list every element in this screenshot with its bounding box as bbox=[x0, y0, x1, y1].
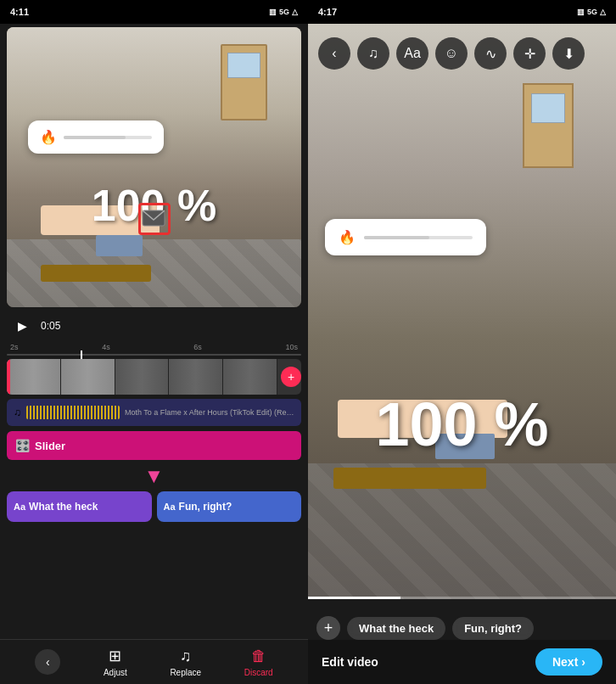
marker-6s: 6s bbox=[193, 343, 202, 351]
status-bar-left: 4:11 ▥ 5G △ bbox=[0, 0, 308, 24]
slider-fill-left bbox=[64, 136, 126, 139]
text-chip-icon-1: Aa bbox=[14, 502, 25, 512]
text-chip-2[interactable]: Aa Fun, right? bbox=[157, 491, 302, 522]
text-bubbles-row: + What the heck Fun, right? bbox=[308, 616, 616, 640]
bottom-bar-right: Edit video Next › bbox=[308, 640, 616, 684]
text-overlays-strip: Aa What the heck Aa Fun, right? bbox=[7, 491, 301, 522]
replace-icon: ♫ bbox=[180, 648, 192, 665]
adjust-action[interactable]: ⊞ Adjust bbox=[104, 647, 127, 677]
add-text-button[interactable]: + bbox=[316, 616, 340, 640]
door-left bbox=[221, 44, 267, 121]
scrubber-line bbox=[7, 354, 301, 356]
clip-thumb-3 bbox=[115, 359, 170, 395]
adjust-icon: ⊞ bbox=[109, 647, 121, 665]
play-icon: ▶ bbox=[18, 319, 27, 333]
replace-action[interactable]: ♫ Replace bbox=[170, 648, 201, 677]
clip-thumb-1 bbox=[7, 359, 61, 395]
arrow-indicator: ▼ bbox=[0, 464, 308, 488]
top-toolbar-right: ‹ ♫ Aa ☺ ∿ ✛ ⬇ bbox=[308, 31, 616, 76]
slider-fill-right bbox=[364, 236, 429, 239]
edit-video-button[interactable]: Edit video bbox=[322, 655, 378, 669]
text-chip-label-1: What the heck bbox=[29, 501, 98, 513]
clip-thumb-5 bbox=[223, 359, 277, 395]
text-bubble-1[interactable]: What the heck bbox=[347, 617, 445, 640]
status-time-right: 4:17 bbox=[318, 7, 337, 17]
audio-label: Moth To a Flame x After Hours (TikTok Ed… bbox=[125, 408, 294, 417]
slider-emoji-left: 🔥 bbox=[40, 129, 57, 145]
text-bubble-label-1: What the heck bbox=[359, 622, 434, 635]
slider-overlay-left: 🔥 bbox=[28, 121, 164, 154]
discard-icon: 🗑 bbox=[251, 648, 266, 665]
scrubber-thumb bbox=[81, 350, 82, 359]
left-panel: 4:11 ▥ 5G △ 🔥 100 % bbox=[0, 0, 308, 684]
door-window-left bbox=[227, 53, 260, 78]
marker-10s: 10s bbox=[285, 343, 298, 351]
clips-strip[interactable]: + bbox=[7, 359, 301, 395]
time-display: 0:05 bbox=[41, 320, 60, 332]
back-button[interactable]: ‹ bbox=[35, 649, 60, 675]
back-button-right[interactable]: ‹ bbox=[318, 37, 350, 70]
text-bubble-label-2: Fun, right? bbox=[464, 622, 522, 635]
adjust-label: Adjust bbox=[104, 668, 127, 677]
status-bar-right: 4:17 ▥ 5G △ bbox=[308, 0, 616, 24]
download-icon: ⬇ bbox=[563, 46, 574, 62]
percentage-text-right: 100 % bbox=[375, 390, 548, 459]
marker-4s: 4s bbox=[102, 343, 110, 351]
effects-icon: ∿ bbox=[485, 46, 496, 62]
play-button[interactable]: ▶ bbox=[10, 314, 34, 338]
text-bubble-2[interactable]: Fun, right? bbox=[452, 617, 534, 640]
selected-indicator-left bbox=[138, 203, 171, 235]
next-button[interactable]: Next › bbox=[535, 648, 602, 676]
video-progress-bar bbox=[308, 597, 616, 599]
emoji-button[interactable]: ☺ bbox=[435, 37, 468, 70]
video-progress-fill bbox=[308, 597, 400, 599]
bench-left bbox=[41, 265, 151, 282]
back-icon: ‹ bbox=[46, 655, 50, 669]
emoji-icon: ☺ bbox=[445, 46, 458, 61]
wifi-icon-left: △ bbox=[292, 8, 298, 16]
battery-icon-right: ▥ bbox=[577, 8, 585, 16]
right-panel: 4:17 ▥ 5G △ 🔥 100 % bbox=[308, 0, 616, 684]
slider-track-left bbox=[64, 136, 152, 139]
next-label: Next bbox=[552, 655, 578, 669]
text-chip-label-2: Fun, right? bbox=[179, 501, 232, 513]
clip-thumb-2 bbox=[61, 359, 115, 395]
slider-overlay-right: 🔥 bbox=[325, 219, 486, 255]
text-icon: Aa bbox=[404, 46, 421, 61]
clip-thumb-4 bbox=[169, 359, 223, 395]
audio-track[interactable]: ♫ Moth To a Flame x After Hours (TikTok … bbox=[7, 399, 301, 426]
move-icon: ✛ bbox=[524, 46, 535, 62]
text-chip-1[interactable]: Aa What the heck bbox=[7, 491, 152, 522]
effects-button[interactable]: ∿ bbox=[474, 37, 507, 70]
slider-row-icon: 🎛️ bbox=[15, 439, 30, 452]
text-button[interactable]: Aa bbox=[396, 37, 428, 70]
scrubber-markers: 2s 4s 6s 10s bbox=[7, 343, 301, 351]
door-window-right bbox=[531, 93, 565, 123]
bench-right bbox=[333, 468, 486, 489]
timeline-controls: ▶ 0:05 bbox=[0, 311, 308, 341]
audio-waveform bbox=[26, 406, 120, 419]
status-time-left: 4:11 bbox=[10, 7, 29, 17]
video-preview-left: 🔥 100 % bbox=[7, 27, 301, 307]
music-icon: ♫ bbox=[368, 46, 378, 61]
wifi-icon-right: △ bbox=[600, 8, 606, 16]
edit-video-label: Edit video bbox=[322, 655, 378, 669]
status-icons-right: ▥ 5G △ bbox=[577, 8, 606, 16]
download-button[interactable]: ⬇ bbox=[552, 37, 585, 70]
bottom-toolbar-left: ‹ ⊞ Adjust ♫ Replace 🗑 Discard bbox=[0, 639, 308, 684]
music-button[interactable]: ♫ bbox=[357, 37, 389, 70]
text-chip-icon-2: Aa bbox=[164, 502, 176, 512]
slider-track-row[interactable]: 🎛️ Slider bbox=[7, 431, 301, 460]
timeline-scrubber[interactable]: 2s 4s 6s 10s bbox=[0, 341, 308, 357]
arrow-down-icon: ▼ bbox=[144, 464, 165, 488]
discard-label: Discard bbox=[244, 668, 273, 677]
move-button[interactable]: ✛ bbox=[513, 37, 546, 70]
battery-icon-left: ▥ bbox=[269, 8, 277, 16]
slider-track-right bbox=[364, 236, 473, 239]
add-clip-button[interactable]: + bbox=[281, 367, 301, 387]
audio-music-icon: ♫ bbox=[14, 406, 21, 418]
signal-icon-left: 5G bbox=[279, 8, 289, 16]
slider-row-label: Slider bbox=[35, 440, 65, 452]
discard-action[interactable]: 🗑 Discard bbox=[244, 648, 273, 677]
door-right bbox=[523, 83, 574, 168]
